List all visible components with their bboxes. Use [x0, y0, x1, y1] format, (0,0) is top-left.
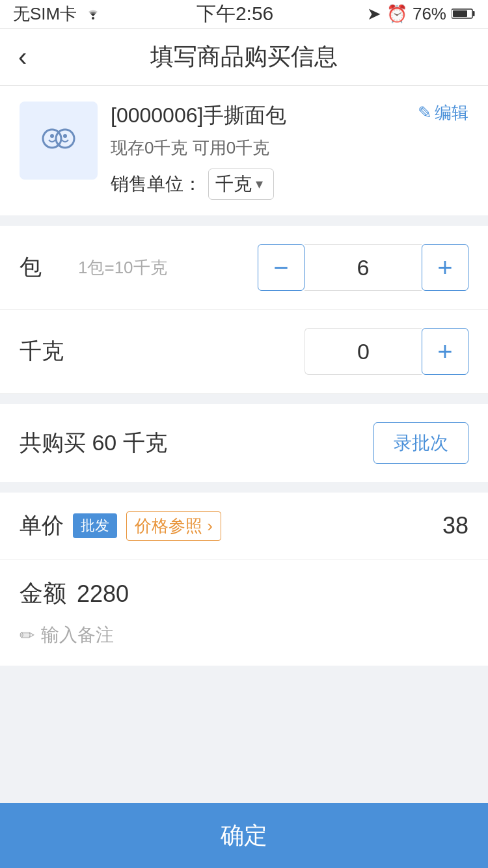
price-value: 38 [442, 512, 468, 539]
amount-value: 2280 [77, 580, 129, 608]
nav-bar: ‹ 填写商品购买信息 [0, 29, 488, 86]
battery-icon [452, 4, 475, 24]
price-label: 单价 [20, 511, 64, 541]
unit-value: 千克 [215, 172, 252, 197]
product-name: [0000006]手撕面包 [111, 102, 411, 130]
product-unit: 销售单位： 千克 ▾ [111, 169, 468, 200]
price-ref-label: 价格参照 › [135, 515, 213, 537]
kg-row: 千克 + [0, 310, 488, 394]
svg-point-0 [92, 17, 94, 20]
svg-point-5 [56, 129, 74, 148]
unit-label: 销售单位： [111, 172, 202, 197]
page-title: 填写商品购买信息 [150, 41, 338, 73]
edit-label: 编辑 [435, 102, 468, 124]
wifi-icon [83, 4, 103, 24]
kg-input[interactable] [305, 328, 422, 375]
note-placeholder: 输入备注 [41, 623, 114, 647]
carrier-label: 无SIM卡 [13, 3, 77, 25]
svg-point-7 [63, 134, 67, 138]
confirm-label: 确定 [221, 820, 267, 852]
batch-label: 录批次 [394, 433, 448, 453]
battery-label: 76% [413, 4, 446, 24]
confirm-button[interactable]: 确定 [0, 803, 488, 868]
svg-point-6 [50, 134, 54, 138]
unit-arrow: ▾ [256, 176, 263, 193]
note-row[interactable]: ✏ 输入备注 [20, 623, 468, 647]
total-label: 共购买 [20, 430, 92, 455]
bao-controls: − + [258, 244, 468, 291]
alarm-icon: ⏰ [386, 4, 407, 24]
unit-select[interactable]: 千克 ▾ [208, 169, 274, 200]
product-section: [0000006]手撕面包 ✎ 编辑 现存0千克 可用0千克 销售单位： 千克 … [0, 86, 488, 215]
quantity-section: 包 1包=10千克 − + 千克 + [0, 226, 488, 394]
location-icon: ➤ [367, 4, 381, 24]
total-text: 共购买 60 千克 [20, 428, 167, 458]
edit-icon: ✎ [418, 103, 432, 123]
status-bar: 无SIM卡 下午2:56 ➤ ⏰ 76% [0, 0, 488, 29]
amount-section: 金额 2280 ✏ 输入备注 [0, 560, 488, 666]
price-ref-button[interactable]: 价格参照 › [126, 511, 221, 541]
bao-increment-button[interactable]: + [422, 244, 468, 291]
edit-button[interactable]: ✎ 编辑 [418, 102, 468, 124]
price-left: 单价 批发 价格参照 › [20, 511, 221, 541]
bao-label: 包 [20, 252, 72, 282]
svg-rect-2 [472, 11, 474, 16]
note-icon: ✏ [20, 625, 34, 646]
back-arrow: ‹ [18, 42, 27, 71]
kg-label: 千克 [20, 336, 72, 366]
bao-input[interactable] [305, 244, 422, 291]
back-button[interactable]: ‹ [18, 42, 27, 72]
total-amount: 60 [92, 430, 116, 455]
product-image [20, 102, 98, 180]
bao-decrement-button[interactable]: − [258, 244, 305, 291]
batch-button[interactable]: 录批次 [373, 422, 468, 464]
bao-row: 包 1包=10千克 − + [0, 226, 488, 310]
kg-controls: + [305, 328, 468, 375]
product-header: [0000006]手撕面包 ✎ 编辑 [111, 102, 468, 130]
status-time: 下午2:56 [197, 1, 273, 27]
product-info: [0000006]手撕面包 ✎ 编辑 现存0千克 可用0千克 销售单位： 千克 … [111, 102, 468, 200]
status-left: 无SIM卡 [13, 3, 103, 25]
total-unit: 千克 [116, 430, 167, 455]
status-right: ➤ ⏰ 76% [367, 4, 475, 24]
product-stock: 现存0千克 可用0千克 [111, 137, 468, 159]
price-tag: 批发 [73, 513, 117, 538]
kg-increment-button[interactable]: + [422, 328, 468, 375]
bao-hint: 1包=10千克 [78, 256, 258, 279]
total-section: 共购买 60 千克 录批次 [0, 404, 488, 482]
amount-label: 金额 [20, 578, 66, 610]
price-section: 单价 批发 价格参照 › 38 [0, 493, 488, 560]
amount-row: 金额 2280 [20, 578, 468, 610]
svg-rect-3 [453, 10, 467, 17]
